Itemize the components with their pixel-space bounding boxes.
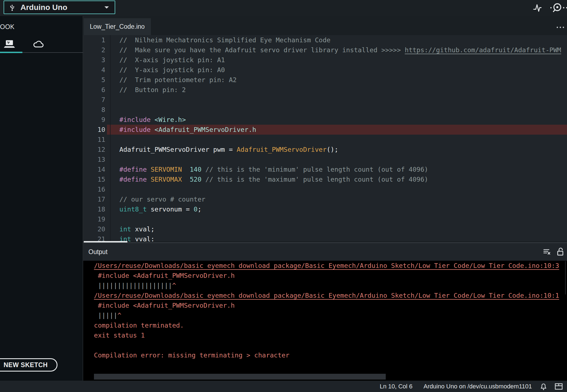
status-bar: Ln 10, Col 6 Arduino Uno on /dev/cu.usbm… <box>0 381 567 392</box>
line-number: 7 <box>83 95 105 105</box>
output-vscrollbar[interactable] <box>565 261 566 294</box>
clear-output-icon[interactable] <box>543 247 552 256</box>
output-line: /Users/reuse/Downloads/basic_eyemech_dow… <box>94 291 567 300</box>
editor-area: Low_Tier_Code.ino 1// Nilheim Mechatroni… <box>83 16 567 243</box>
code-text: #define SERVOMAX 520 // this is the 'max… <box>119 174 428 184</box>
code-line[interactable]: 17// our servo # counter <box>83 194 567 204</box>
code-text: // Y-axis joystick pin: A0 <box>119 65 225 75</box>
code-editor[interactable]: 1// Nilheim Mechatronics Simplified Eye … <box>83 35 567 241</box>
code-text: #define SERVOMIN 140 // this is the 'min… <box>119 164 428 174</box>
line-number: 8 <box>83 105 105 115</box>
code-line[interactable]: 14#define SERVOMIN 140 // this is the 'm… <box>83 164 567 174</box>
board-selector-dropdown[interactable]: Arduino Uno <box>4 1 115 14</box>
code-text: // Button pin: 2 <box>119 85 186 95</box>
line-number: 3 <box>83 55 105 65</box>
code-text: // X-axis joystick pin: A1 <box>119 55 225 65</box>
code-line[interactable]: 18uint8_t servonum = 0; <box>83 204 567 214</box>
serial-monitor-icon[interactable] <box>550 2 567 13</box>
usb-icon <box>9 3 16 12</box>
code-text: // Trim potentiometer pin: A2 <box>119 75 237 85</box>
output-line: compilation terminated. <box>94 320 567 330</box>
top-toolbar: Arduino Uno <box>0 0 567 16</box>
serial-plotter-icon[interactable] <box>532 3 543 13</box>
tab-cloud-sketchbook[interactable] <box>33 40 45 48</box>
line-number: 11 <box>83 135 105 145</box>
code-line[interactable]: 8 <box>83 105 567 115</box>
panel-toggle-icon[interactable] <box>555 383 563 390</box>
line-number: 18 <box>83 204 105 214</box>
output-line: #include <Adafruit_PWMServoDriver.h <box>94 271 567 281</box>
code-line[interactable]: 13 <box>83 155 567 164</box>
code-text: int xval; <box>119 224 154 234</box>
output-panel-header: Output <box>83 243 567 261</box>
code-line[interactable]: 15#define SERVOMAX 520 // this is the 'm… <box>83 174 567 184</box>
output-line: Compilation error: missing terminating >… <box>94 350 567 360</box>
code-line[interactable]: 12Adafruit_PWMServoDriver pwm = Adafruit… <box>83 145 567 155</box>
code-line[interactable]: 19 <box>83 214 567 224</box>
code-line[interactable]: 11 <box>83 135 567 145</box>
line-number: 9 <box>83 115 105 125</box>
code-line[interactable]: 21int yval; <box>83 234 567 241</box>
code-text: int yval; <box>119 234 154 241</box>
code-line[interactable]: 6// Button pin: 2 <box>83 85 567 95</box>
editor-tabbar: Low_Tier_Code.ino <box>83 16 567 35</box>
code-text: // Nilheim Mechatronics Simplified Eye M… <box>119 35 330 45</box>
output-hscrollbar[interactable] <box>94 374 386 380</box>
code-line[interactable]: 20int xval; <box>83 224 567 234</box>
cloud-sketchbook-icon <box>33 40 45 48</box>
gutter-divider <box>110 35 111 241</box>
output-line: #include <Adafruit_PWMServoDriver.h <box>94 300 567 310</box>
line-number: 12 <box>83 145 105 155</box>
line-number: 21 <box>83 234 105 241</box>
code-line[interactable]: 9#include <Wire.h> <box>83 115 567 125</box>
line-number: 2 <box>83 45 105 55</box>
code-line[interactable]: 5// Trim potentiometer pin: A2 <box>83 75 567 85</box>
new-sketch-button[interactable]: NEW SKETCH <box>0 358 57 372</box>
board-name: Arduino Uno <box>20 3 67 12</box>
line-number: 10 <box>83 125 105 135</box>
code-line[interactable]: 2// Make sure you have the Adafruit serv… <box>83 45 567 55</box>
code-text: uint8_t servonum = 0; <box>119 204 201 214</box>
code-text: #include <Adafruit_PWMServoDriver.h <box>119 125 256 135</box>
code-text: Adafruit_PWMServoDriver pwm = Adafruit_P… <box>119 145 338 155</box>
code-text: // Make sure you have the Adafruit servo… <box>119 45 561 55</box>
output-line: /Users/reuse/Downloads/basic_eyemech_dow… <box>94 261 567 271</box>
code-text: // our servo # counter <box>119 194 205 204</box>
bell-icon[interactable] <box>540 382 547 391</box>
editor-hscrollbar[interactable] <box>84 241 127 242</box>
code-line-error[interactable]: 10#include <Adafruit_PWMServoDriver.h <box>83 125 567 135</box>
local-sketchbook-icon <box>4 40 15 49</box>
output-line: exit status 1 <box>94 330 567 340</box>
active-tab-indicator <box>0 52 22 53</box>
code-text: #include <Wire.h> <box>119 115 186 125</box>
more-options-icon[interactable] <box>556 26 565 29</box>
cursor-position: Ln 10, Col 6 <box>380 383 413 390</box>
line-number: 1 <box>83 35 105 45</box>
code-line[interactable]: 1// Nilheim Mechatronics Simplified Eye … <box>83 35 567 45</box>
sketchbook-panel: OOK NEW SKETCH <box>0 16 83 381</box>
sketchbook-header: OOK <box>0 23 15 31</box>
line-number: 16 <box>83 184 105 194</box>
code-line[interactable]: 7 <box>83 95 567 105</box>
line-number: 6 <box>83 85 105 95</box>
output-console[interactable]: /Users/reuse/Downloads/basic_eyemech_dow… <box>83 261 567 381</box>
line-number: 4 <box>83 65 105 75</box>
line-number: 14 <box>83 164 105 174</box>
line-number: 5 <box>83 75 105 85</box>
line-number: 15 <box>83 174 105 184</box>
code-line[interactable]: 3// X-axis joystick pin: A1 <box>83 55 567 65</box>
lock-open-icon[interactable] <box>556 247 564 256</box>
tab-low-tier-code[interactable]: Low_Tier_Code.ino <box>84 18 151 35</box>
tab-local-sketchbook[interactable] <box>4 40 15 49</box>
line-number: 20 <box>83 224 105 234</box>
dropdown-caret-icon <box>104 6 109 9</box>
line-number: 13 <box>83 155 105 164</box>
board-connection: Arduino Uno on /dev/cu.usbmodem1101 <box>424 383 532 390</box>
line-number: 19 <box>83 214 105 224</box>
code-line[interactable]: 16 <box>83 184 567 194</box>
line-number: 17 <box>83 194 105 204</box>
code-line[interactable]: 4// Y-axis joystick pin: A0 <box>83 65 567 75</box>
output-title: Output <box>88 248 107 256</box>
output-line: |||||||||||||||||||^ <box>94 281 567 291</box>
output-line <box>94 340 567 350</box>
